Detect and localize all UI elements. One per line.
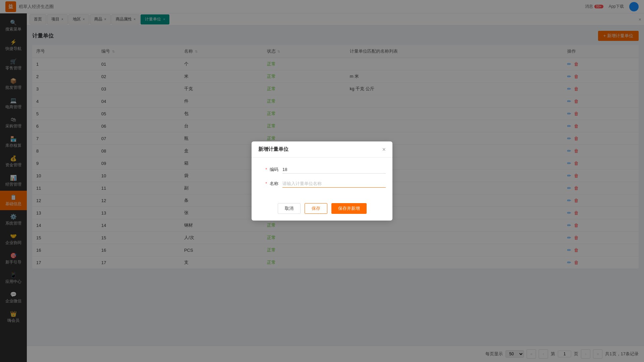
modal-title: 新增计量单位 — [258, 146, 288, 153]
form-code-label: * 编码 — [258, 167, 278, 173]
required-asterisk-2: * — [265, 181, 267, 186]
name-input[interactable] — [282, 180, 386, 188]
modal-header: 新增计量单位 × — [252, 141, 392, 158]
save-button[interactable]: 保存 — [305, 203, 327, 214]
form-row-code: * 编码 — [258, 166, 386, 174]
modal-overlay[interactable]: 新增计量单位 × * 编码 * 名称 取消 保存 保存并新增 — [0, 0, 644, 362]
save-new-button[interactable]: 保存并新增 — [331, 203, 367, 214]
form-row-name: * 名称 — [258, 180, 386, 188]
add-unit-modal: 新增计量单位 × * 编码 * 名称 取消 保存 保存并新增 — [252, 141, 392, 221]
required-asterisk: * — [265, 167, 267, 172]
form-name-label: * 名称 — [258, 181, 278, 187]
modal-footer: 取消 保存 保存并新增 — [252, 199, 392, 221]
modal-body: * 编码 * 名称 — [252, 158, 392, 199]
cancel-button[interactable]: 取消 — [278, 203, 301, 214]
modal-close-btn[interactable]: × — [382, 146, 386, 153]
code-input[interactable] — [282, 166, 386, 174]
